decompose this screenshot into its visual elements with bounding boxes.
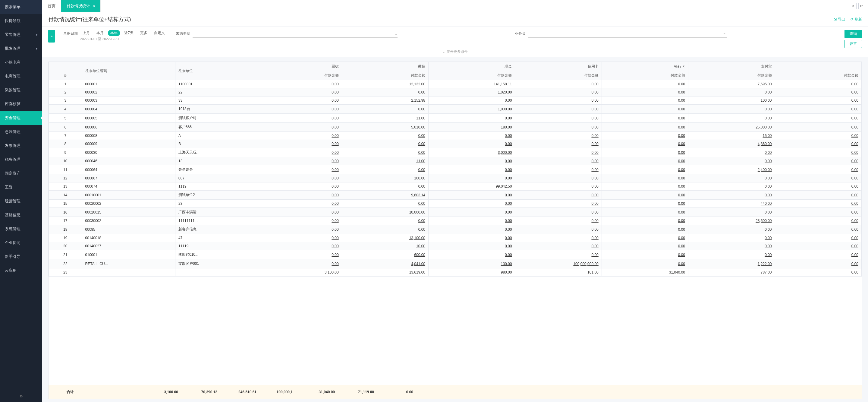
row-amt-6[interactable]: 0.00 (775, 114, 861, 123)
row-amt-5[interactable]: 0.00 (688, 191, 775, 200)
date-pill-1[interactable]: 本月 (94, 30, 106, 36)
row-amt-1[interactable]: 0.00 (342, 88, 428, 96)
row-amt-6[interactable]: 0.00 (775, 242, 861, 250)
row-amt-0[interactable]: 0.00 (255, 217, 342, 225)
row-amt-5[interactable]: 2,400.00 (688, 165, 775, 174)
row-amt-5[interactable]: 4,860.00 (688, 140, 775, 148)
row-amt-3[interactable]: 0.00 (515, 200, 601, 208)
salesman-select[interactable]: ⋯ (528, 30, 727, 38)
row-amt-3[interactable]: 100,000,000.00 (515, 259, 601, 268)
row-amt-3[interactable]: 0.00 (515, 148, 601, 157)
row-amt-6[interactable]: 0.00 (775, 105, 861, 114)
row-amt-1[interactable]: 0.00 (342, 225, 428, 234)
row-amt-4[interactable]: 0.00 (601, 208, 688, 217)
sidebar-item-2[interactable]: 零售管理▾ (0, 28, 42, 41)
sidebar-item-0[interactable]: 搜索菜单 (0, 0, 42, 14)
tab-1[interactable]: 付款情况统计× (61, 0, 101, 12)
row-amt-0[interactable]: 0.00 (255, 88, 342, 96)
row-amt-4[interactable]: 0.00 (601, 140, 688, 148)
row-amt-6[interactable]: 0.00 (775, 88, 861, 96)
row-amt-0[interactable]: 0.00 (255, 123, 342, 132)
row-amt-6[interactable]: 0.00 (775, 174, 861, 182)
row-amt-5[interactable]: 0.00 (688, 174, 775, 182)
row-amt-4[interactable]: 0.00 (601, 250, 688, 259)
row-amt-4[interactable]: 0.00 (601, 123, 688, 132)
row-amt-5[interactable]: 0.00 (688, 157, 775, 165)
row-amt-1[interactable]: 11.00 (342, 157, 428, 165)
close-icon[interactable]: × (93, 4, 95, 8)
row-amt-6[interactable]: 0.00 (775, 217, 861, 225)
row-amt-2[interactable]: 0.00 (429, 132, 515, 140)
sidebar-item-11[interactable]: 税务管理 (0, 152, 42, 167)
date-pill-0[interactable]: 上月 (80, 30, 92, 36)
row-amt-5[interactable]: 787.00 (688, 268, 775, 277)
gear-icon[interactable]: ⚙ (64, 74, 67, 78)
sidebar-item-12[interactable]: 固定资产 (0, 167, 42, 180)
row-amt-3[interactable]: 0.00 (515, 80, 601, 88)
row-amt-5[interactable]: 0.00 (688, 105, 775, 114)
sidebar-item-6[interactable]: 采购管理 (0, 83, 42, 97)
row-amt-0[interactable]: 0.00 (255, 174, 342, 182)
row-amt-0[interactable]: 0.00 (255, 140, 342, 148)
sidebar-item-15[interactable]: 基础信息 (0, 208, 42, 222)
row-amt-0[interactable]: 0.00 (255, 165, 342, 174)
row-amt-4[interactable]: 0.00 (601, 80, 688, 88)
row-amt-2[interactable]: 1,000.00 (429, 105, 515, 114)
row-amt-0[interactable]: 0.00 (255, 114, 342, 123)
row-amt-0[interactable]: 0.00 (255, 234, 342, 242)
row-amt-2[interactable]: 141,158.11 (429, 80, 515, 88)
row-amt-6[interactable]: 0.00 (775, 132, 861, 140)
row-amt-1[interactable]: 0.00 (342, 140, 428, 148)
sidebar-item-17[interactable]: 企业协同 (0, 236, 42, 250)
row-amt-0[interactable]: 0.00 (255, 80, 342, 88)
row-amt-5[interactable]: 0.00 (688, 182, 775, 191)
row-amt-0[interactable]: 0.00 (255, 157, 342, 165)
row-amt-3[interactable]: 0.00 (515, 208, 601, 217)
row-amt-3[interactable]: 0.00 (515, 157, 601, 165)
row-amt-2[interactable]: 99,042.50 (429, 182, 515, 191)
row-amt-4[interactable]: 0.00 (601, 88, 688, 96)
row-amt-2[interactable]: 0.00 (429, 165, 515, 174)
sidebar-item-18[interactable]: 新手引导 (0, 250, 42, 264)
row-amt-1[interactable]: 0.00 (342, 165, 428, 174)
row-amt-2[interactable]: 0.00 (429, 242, 515, 250)
row-amt-1[interactable]: 0.00 (342, 132, 428, 140)
row-amt-0[interactable]: 0.00 (255, 105, 342, 114)
row-amt-1[interactable]: 13,100.00 (342, 234, 428, 242)
row-amt-6[interactable]: 0.00 (775, 96, 861, 105)
row-amt-2[interactable]: 1,020.00 (429, 88, 515, 96)
row-amt-0[interactable]: 0.00 (255, 200, 342, 208)
row-amt-0[interactable]: 0.00 (255, 242, 342, 250)
row-amt-3[interactable]: 0.00 (515, 114, 601, 123)
row-amt-6[interactable]: 0.00 (775, 200, 861, 208)
row-amt-2[interactable]: 0.00 (429, 140, 515, 148)
date-pill-5[interactable]: 自定义 (152, 30, 167, 36)
row-amt-1[interactable]: 11.00 (342, 114, 428, 123)
row-amt-5[interactable]: 28,600.00 (688, 217, 775, 225)
row-amt-4[interactable]: 0.00 (601, 242, 688, 250)
row-amt-5[interactable]: 0.00 (688, 88, 775, 96)
expand-more-toggle[interactable]: ⌄ 展开更多条件 (48, 48, 862, 57)
row-amt-4[interactable]: 0.00 (601, 148, 688, 157)
row-amt-6[interactable]: 0.00 (775, 123, 861, 132)
source-select[interactable]: ⌄ (193, 30, 398, 38)
row-amt-1[interactable]: 4,041.00 (342, 259, 428, 268)
row-amt-2[interactable]: 0.00 (429, 200, 515, 208)
row-amt-4[interactable]: 0.00 (601, 165, 688, 174)
row-amt-1[interactable]: 5,010.00 (342, 123, 428, 132)
row-amt-6[interactable]: 0.00 (775, 259, 861, 268)
row-amt-6[interactable]: 0.00 (775, 182, 861, 191)
row-amt-6[interactable]: 0.00 (775, 191, 861, 200)
row-amt-5[interactable]: 7,695.00 (688, 80, 775, 88)
row-amt-6[interactable]: 0.00 (775, 268, 861, 277)
row-amt-2[interactable]: 180.00 (429, 123, 515, 132)
row-amt-4[interactable]: 0.00 (601, 182, 688, 191)
sidebar-item-14[interactable]: 经营管理 (0, 194, 42, 208)
row-amt-3[interactable]: 0.00 (515, 225, 601, 234)
sidebar-settings-footer[interactable]: ⚙ (0, 391, 42, 402)
row-amt-4[interactable]: 31,040.00 (601, 268, 688, 277)
row-amt-6[interactable]: 0.00 (775, 148, 861, 157)
row-amt-6[interactable]: 0.00 (775, 225, 861, 234)
row-amt-1[interactable]: 12,132.00 (342, 80, 428, 88)
row-amt-3[interactable]: 101.00 (515, 268, 601, 277)
